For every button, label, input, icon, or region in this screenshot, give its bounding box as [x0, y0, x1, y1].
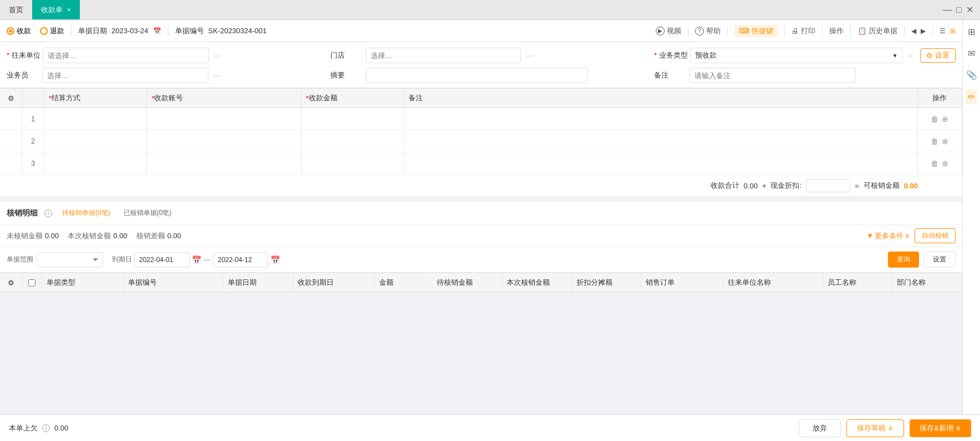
summary-row: 收款合计 0.00 + 现金折扣: = 可核销金额 0.00: [0, 175, 962, 197]
row2-amount[interactable]: [302, 130, 404, 152]
main-content: 收款 退款 单据日期 2023-03-24 📅 单据编号 SK-20230324…: [0, 20, 980, 414]
due-from-input[interactable]: [134, 252, 190, 268]
row3-amount[interactable]: [302, 152, 404, 174]
due-to-calendar-icon[interactable]: 📅: [270, 255, 280, 264]
table-row: 3 🗑 ⊕: [0, 152, 962, 175]
window-minimize-btn[interactable]: —: [943, 5, 952, 15]
more-conditions-btn[interactable]: ▼ 更多条件 ∧: [866, 231, 910, 241]
pending-tab[interactable]: 待核销单据(0笔): [59, 207, 114, 219]
radio-tuikuan[interactable]: 退款: [40, 26, 64, 36]
calendar-icon[interactable]: 📅: [153, 27, 161, 35]
nav-prev-btn[interactable]: ◀: [911, 27, 916, 35]
cumulative-info-icon[interactable]: i: [42, 424, 50, 432]
save-draft-btn[interactable]: 保存草稿 ∧: [846, 419, 904, 437]
summary-label: 摘要: [330, 70, 364, 80]
row2-delete-icon[interactable]: 🗑: [931, 137, 938, 146]
row1-note[interactable]: [404, 108, 918, 130]
row3-account[interactable]: [147, 152, 301, 174]
range-select[interactable]: [37, 252, 103, 268]
business-type-value: 预收款: [695, 50, 717, 60]
business-type-more-btn[interactable]: ···: [905, 51, 918, 60]
toolbar-divider-9: [932, 25, 933, 37]
row2-account[interactable]: [147, 130, 301, 152]
form-settings-btn[interactable]: ⚙ 设置: [920, 48, 956, 63]
operate-btn[interactable]: 操作: [829, 26, 844, 36]
select-all-checkbox[interactable]: [28, 279, 35, 286]
salesperson-label: 业务员: [7, 70, 40, 80]
col-settings-header[interactable]: ⚙: [0, 89, 22, 107]
col-note-header: 备注: [404, 89, 918, 107]
bth-checkbox[interactable]: [22, 273, 42, 292]
number-label: 单据编号: [175, 26, 204, 36]
sidebar-attachment-icon[interactable]: 📎: [964, 68, 979, 83]
radio-shoukuan[interactable]: 收款: [7, 26, 31, 36]
view-grid-btn[interactable]: ⊞: [950, 27, 956, 35]
shop-input[interactable]: [366, 48, 521, 63]
row3-settle[interactable]: [44, 152, 147, 174]
net-label: 可核销金额: [864, 181, 900, 191]
row3-copy-icon[interactable]: ⊕: [942, 159, 948, 168]
query-btn[interactable]: 查询: [888, 252, 919, 268]
print-icon: 🖨: [792, 27, 799, 35]
filter-settings-btn[interactable]: 设置: [923, 252, 956, 268]
row1-amount[interactable]: [302, 108, 404, 130]
print-btn[interactable]: 🖨 打印: [792, 26, 815, 36]
bth-current: 本次核销金额: [502, 273, 572, 292]
remark-field: 备注: [654, 68, 956, 83]
row1-account[interactable]: [147, 108, 301, 130]
salesperson-input[interactable]: [42, 68, 208, 83]
row1-delete-icon[interactable]: 🗑: [931, 115, 938, 124]
tab-bar-controls: — □ ✕: [943, 4, 980, 15]
current-stat: 本次核销金额 0.00: [68, 231, 127, 241]
done-tab[interactable]: 已核销单据(0笔): [120, 207, 175, 219]
row2-note[interactable]: [404, 130, 918, 152]
save-new-btn[interactable]: 保存&新增 ∧: [910, 419, 971, 437]
discount-label: 现金折扣:: [770, 181, 802, 191]
unverified-value: 0.00: [45, 232, 59, 240]
bth-due-date: 收款到期日: [293, 273, 375, 292]
video-btn[interactable]: ▶ 视频: [656, 26, 681, 36]
row3-note[interactable]: [404, 152, 918, 174]
shortcut-btn[interactable]: ⌨ 快捷键: [734, 25, 778, 37]
tab-bar: 首页 收款单 × — □ ✕: [0, 0, 980, 20]
col-op-header: 操作: [918, 89, 962, 107]
due-from-calendar-icon[interactable]: 📅: [192, 255, 201, 264]
help-btn[interactable]: ? 帮助: [695, 26, 721, 36]
summary-input[interactable]: [366, 68, 588, 83]
nav-next-btn[interactable]: ▶: [921, 27, 926, 35]
history-btn[interactable]: 📋 历史单据: [858, 26, 897, 36]
tab-close-icon[interactable]: ×: [67, 6, 71, 14]
auto-verify-btn[interactable]: 自动核销: [915, 228, 956, 243]
due-to-input[interactable]: [213, 252, 268, 268]
filter-actions: 查询 设置: [888, 252, 956, 268]
total-value: 0.00: [744, 182, 758, 190]
business-type-select[interactable]: 预收款 ▼: [690, 48, 903, 63]
partner-input[interactable]: [43, 48, 209, 63]
shop-more-btn[interactable]: ···: [523, 51, 537, 60]
row3-delete-icon[interactable]: 🗑: [931, 159, 938, 168]
table-header: ⚙ * 结算方式 * 收款账号 * 收款金额 备注 操作: [0, 88, 962, 108]
sidebar-email-icon[interactable]: ✉: [966, 46, 977, 61]
row2-copy-icon[interactable]: ⊕: [942, 137, 948, 146]
sidebar-table-icon[interactable]: ⊞: [966, 24, 977, 39]
discard-btn[interactable]: 放弃: [799, 419, 841, 437]
salesperson-more-btn[interactable]: ···: [211, 71, 224, 80]
remark-input[interactable]: [690, 68, 856, 83]
discount-input[interactable]: [806, 179, 850, 192]
bth-partner: 往来单位名称: [723, 273, 823, 292]
tab-home[interactable]: 首页: [0, 0, 32, 19]
shop-field: 门店 ···: [330, 48, 632, 63]
bth-settings[interactable]: ⚙: [0, 273, 22, 292]
row2-settle[interactable]: [44, 130, 147, 152]
window-close-btn[interactable]: ✕: [966, 4, 973, 15]
window-maximize-btn[interactable]: □: [956, 5, 962, 15]
view-list-btn[interactable]: ☰: [940, 27, 946, 35]
radio-shoukuan-label: 收款: [17, 26, 31, 36]
row1-settle[interactable]: [44, 108, 147, 130]
tab-shoukuan[interactable]: 收款单 ×: [32, 0, 80, 19]
partner-more-btn[interactable]: ···: [211, 51, 224, 60]
sidebar-edit-icon[interactable]: ✏: [966, 89, 977, 104]
row1-copy-icon[interactable]: ⊕: [942, 115, 948, 124]
stats-left: 未核销金额 0.00 本次核销金额 0.00 核销差额 0.00: [7, 231, 181, 241]
verification-info-icon[interactable]: i: [44, 209, 52, 217]
